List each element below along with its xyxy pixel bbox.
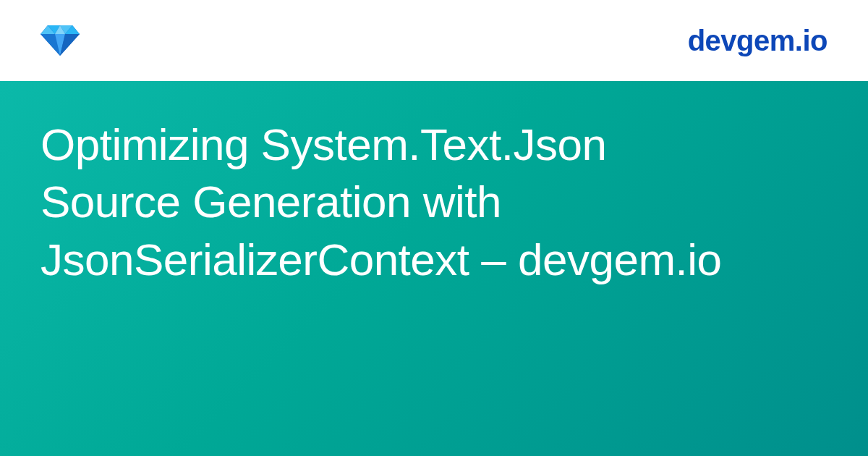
- gem-icon: [41, 25, 80, 56]
- page-title: Optimizing System.Text.Json Source Gener…: [41, 116, 749, 288]
- header-bar: devgem.io: [0, 0, 868, 81]
- brand-name: devgem.io: [688, 25, 827, 57]
- hero-section: Optimizing System.Text.Json Source Gener…: [0, 81, 868, 456]
